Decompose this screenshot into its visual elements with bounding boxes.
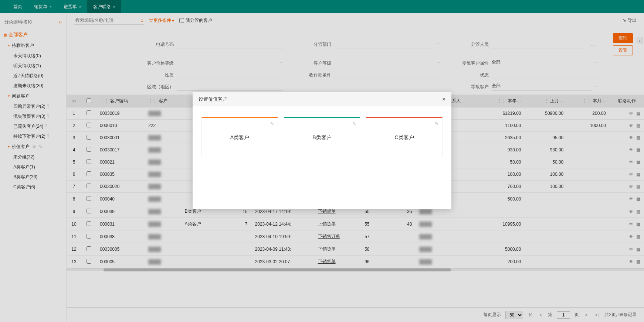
card-a[interactable]: ✎A类客户 <box>201 117 278 157</box>
edit-icon[interactable]: ✎ <box>352 121 356 126</box>
card-label: B类客户 <box>312 134 331 141</box>
dialog-title: 设置价值客户 <box>199 96 227 103</box>
modal-overlay[interactable]: 设置价值客户 × ✎A类客户 ✎B类客户 ✎C类客户 <box>0 0 644 322</box>
card-label: C类客户 <box>395 134 414 141</box>
value-customer-dialog: 设置价值客户 × ✎A类客户 ✎B类客户 ✎C类客户 <box>193 92 451 209</box>
edit-icon[interactable]: ✎ <box>435 121 438 126</box>
edit-icon[interactable]: ✎ <box>270 121 274 126</box>
card-c[interactable]: ✎C类客户 <box>366 117 443 157</box>
card-label: A类客户 <box>230 134 249 141</box>
close-icon[interactable]: × <box>442 96 445 103</box>
card-b[interactable]: ✎B类客户 <box>284 117 360 157</box>
